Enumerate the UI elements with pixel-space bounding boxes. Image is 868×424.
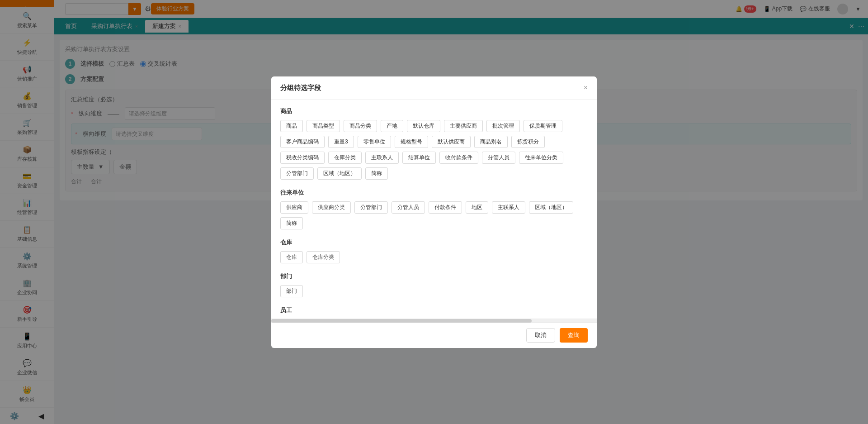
field-tag[interactable]: 零售单位 bbox=[358, 136, 391, 148]
modal-close-button[interactable]: × bbox=[584, 84, 588, 92]
field-tag[interactable]: 重量3 bbox=[328, 136, 354, 148]
field-tag[interactable]: 部门 bbox=[280, 285, 303, 297]
field-tag[interactable]: 仓库 bbox=[280, 251, 303, 263]
field-tag[interactable]: 保质期管理 bbox=[524, 120, 562, 132]
field-tag[interactable]: 主要供应商 bbox=[444, 120, 483, 132]
field-tags-counterpart: 供应商供应商分类分管部门分管人员付款条件地区主联系人区域（地区）简称 bbox=[280, 201, 588, 229]
field-tag[interactable]: 付款条件 bbox=[429, 201, 462, 214]
field-tags-goods: 商品商品类型商品分类产地默认仓库主要供应商批次管理保质期管理客户商品编码重量3零… bbox=[280, 120, 588, 180]
section-title-warehouse: 仓库 bbox=[280, 238, 588, 247]
scrollbar-track bbox=[271, 319, 532, 323]
field-tag[interactable]: 批次管理 bbox=[486, 120, 520, 132]
section-department: 部门部门 bbox=[280, 272, 588, 297]
field-tag[interactable]: 分管人员 bbox=[482, 152, 515, 164]
field-tag[interactable]: 产地 bbox=[381, 120, 403, 132]
field-tag[interactable]: 商品 bbox=[280, 120, 303, 132]
field-tag[interactable]: 简称 bbox=[365, 167, 388, 180]
confirm-button[interactable]: 查询 bbox=[560, 328, 588, 343]
cancel-button[interactable]: 取消 bbox=[526, 328, 555, 343]
field-tag[interactable]: 简称 bbox=[280, 217, 303, 229]
modal-title: 分组待选字段 bbox=[280, 84, 321, 92]
field-tag[interactable]: 仓库分类 bbox=[328, 152, 362, 164]
field-tag[interactable]: 分管部门 bbox=[354, 201, 388, 214]
field-tags-warehouse: 仓库仓库分类 bbox=[280, 251, 588, 263]
modal-scrollbar[interactable] bbox=[271, 319, 597, 322]
field-tag[interactable]: 分管部门 bbox=[280, 167, 314, 180]
field-tag[interactable]: 供应商 bbox=[280, 201, 308, 214]
field-tag[interactable]: 默认仓库 bbox=[407, 120, 440, 132]
field-tag[interactable]: 仓库分类 bbox=[307, 251, 340, 263]
field-tag[interactable]: 拣货积分 bbox=[511, 136, 545, 148]
modal-overlay: 分组待选字段 × 商品商品商品类型商品分类产地默认仓库主要供应商批次管理保质期管… bbox=[0, 0, 868, 424]
section-title-goods: 商品 bbox=[280, 107, 588, 115]
section-title-department: 部门 bbox=[280, 272, 588, 281]
field-tag[interactable]: 分管人员 bbox=[392, 201, 425, 214]
section-counterpart: 往来单位供应商供应商分类分管部门分管人员付款条件地区主联系人区域（地区）简称 bbox=[280, 189, 588, 229]
section-employee: 员工业务员 bbox=[280, 306, 588, 319]
section-warehouse: 仓库仓库仓库分类 bbox=[280, 238, 588, 263]
field-tag[interactable]: 规格型号 bbox=[395, 136, 428, 148]
field-tag[interactable]: 供应商分类 bbox=[312, 201, 351, 214]
field-tag[interactable]: 结算单位 bbox=[402, 152, 436, 164]
field-tag[interactable]: 商品分类 bbox=[344, 120, 377, 132]
field-tag[interactable]: 税收分类编码 bbox=[280, 152, 325, 164]
field-tag[interactable]: 区域（地区） bbox=[529, 201, 573, 214]
section-title-employee: 员工 bbox=[280, 306, 588, 314]
field-tag[interactable]: 商品类型 bbox=[307, 120, 340, 132]
field-tag[interactable]: 主联系人 bbox=[365, 152, 399, 164]
field-tag[interactable]: 默认供应商 bbox=[432, 136, 471, 148]
field-tag[interactable]: 区域（地区） bbox=[317, 167, 362, 180]
modal-footer: 取消 查询 bbox=[271, 322, 597, 348]
modal-body: 商品商品商品类型商品分类产地默认仓库主要供应商批次管理保质期管理客户商品编码重量… bbox=[271, 100, 597, 319]
field-tag[interactable]: 主联系人 bbox=[492, 201, 525, 214]
section-goods: 商品商品商品类型商品分类产地默认仓库主要供应商批次管理保质期管理客户商品编码重量… bbox=[280, 107, 588, 180]
modal-header: 分组待选字段 × bbox=[271, 76, 597, 100]
field-tag[interactable]: 地区 bbox=[466, 201, 488, 214]
section-title-counterpart: 往来单位 bbox=[280, 189, 588, 197]
field-tag[interactable]: 收付款条件 bbox=[439, 152, 478, 164]
field-tag[interactable]: 往来单位分类 bbox=[519, 152, 563, 164]
field-tag[interactable]: 客户商品编码 bbox=[280, 136, 325, 148]
field-tags-department: 部门 bbox=[280, 285, 588, 297]
field-tag[interactable]: 商品别名 bbox=[474, 136, 508, 148]
field-select-modal: 分组待选字段 × 商品商品商品类型商品分类产地默认仓库主要供应商批次管理保质期管… bbox=[271, 76, 597, 348]
